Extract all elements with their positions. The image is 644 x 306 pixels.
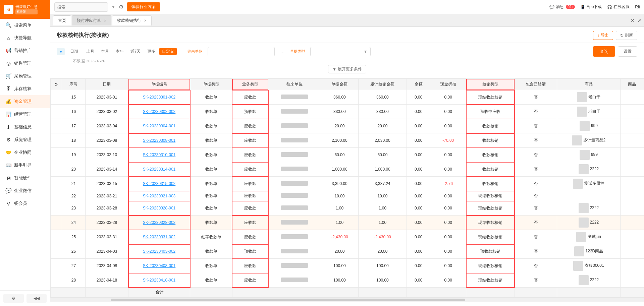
product-thumb bbox=[580, 121, 590, 131]
sidebar-settings-btn[interactable]: ⚙ bbox=[3, 294, 24, 303]
bill-no-link[interactable]: SK-20230308-001 bbox=[143, 138, 175, 143]
footer-writeoff bbox=[358, 288, 407, 298]
sidebar-item-newbie[interactable]: 📖 新手引导 bbox=[0, 159, 50, 172]
th-balance: 余额 bbox=[407, 79, 430, 90]
td-amount: 20.00 bbox=[321, 244, 358, 259]
bill-no-link[interactable]: SK-20230418-001 bbox=[143, 278, 175, 283]
product-thumb bbox=[574, 246, 584, 256]
td-amount: 10.00 bbox=[321, 191, 358, 201]
td-gear bbox=[51, 230, 62, 244]
td-biz-type: 应收款 bbox=[232, 133, 268, 148]
bill-no-link[interactable]: SK-20230408-001 bbox=[143, 263, 175, 268]
tab-collection-close[interactable]: ✕ bbox=[144, 19, 147, 22]
refresh-button[interactable]: ↻ 刷新 bbox=[616, 31, 637, 40]
th-partner: 往来单位 bbox=[268, 79, 321, 90]
sidebar-item-basic[interactable]: ℹ 基础信息 bbox=[0, 121, 50, 133]
sidebar-item-collab[interactable]: 🤝 企业协同 bbox=[0, 146, 50, 159]
bill-no-link[interactable]: SK-20230331-002 bbox=[143, 235, 175, 239]
topbar-search-input[interactable] bbox=[54, 2, 108, 12]
bill-no-link[interactable]: SK-20230403-002 bbox=[143, 249, 175, 254]
sidebar-item-inventory-label: 库存核算 bbox=[14, 86, 32, 92]
td-partner bbox=[268, 105, 321, 119]
sidebar-item-guide[interactable]: ⌂ 快捷导航 bbox=[0, 32, 50, 44]
td-date: 2023-03-01 bbox=[85, 90, 128, 105]
date-btn-this-month[interactable]: 本月 bbox=[98, 48, 112, 55]
tab-collection[interactable]: 收款核销执行 ✕ bbox=[112, 15, 152, 25]
td-product2 bbox=[620, 119, 644, 133]
tab-payable[interactable]: 预付冲应付单 ✕ bbox=[72, 15, 111, 25]
td-partner bbox=[268, 148, 321, 162]
sidebar-item-search[interactable]: 🔍 搜索菜单 bbox=[0, 19, 50, 32]
date-btn-7days[interactable]: 近7天 bbox=[128, 48, 144, 55]
td-seq: 27 bbox=[62, 259, 86, 273]
sidebar-item-sales[interactable]: ◎ 销售管理 bbox=[0, 57, 50, 70]
query-button[interactable]: 查询 bbox=[593, 46, 615, 57]
date-btn-custom[interactable]: 自定义 bbox=[159, 48, 177, 55]
topbar-gear-icon[interactable]: ⚙ bbox=[119, 4, 123, 10]
td-writeoff: 1.00 bbox=[358, 216, 407, 230]
td-seq: 24 bbox=[62, 216, 86, 230]
sidebar-item-wechat[interactable]: 💬 企业微信 bbox=[0, 184, 50, 197]
topbar-industry-btn[interactable]: 体验行业方案 bbox=[127, 2, 160, 11]
th-gear[interactable]: ⚙ bbox=[51, 79, 62, 90]
sidebar-item-finance[interactable]: 💰 资金管理 bbox=[0, 95, 50, 108]
td-product: 2222 bbox=[557, 273, 620, 288]
bill-no-link[interactable]: SK-20230328-002 bbox=[143, 220, 175, 225]
refresh-label: 刷新 bbox=[625, 33, 633, 38]
bill-no-link[interactable]: SK-20230301-002 bbox=[143, 95, 175, 100]
bill-no-link[interactable]: SK-20230310-001 bbox=[143, 152, 175, 157]
column-settings-icon: ⚙ bbox=[54, 82, 58, 87]
td-discount: -2.76 bbox=[430, 177, 466, 191]
sidebar-collapse-btn[interactable]: ◀◀ bbox=[26, 294, 47, 303]
date-btn-this-year[interactable]: 本年 bbox=[113, 48, 126, 55]
td-discount: 0.00 bbox=[430, 273, 466, 288]
date-btn-last-month[interactable]: 上月 bbox=[84, 48, 97, 55]
expand-more-btn[interactable]: ▼ 展开更多条件 bbox=[328, 65, 366, 73]
bill-no-link[interactable]: SK-20230321-003 bbox=[143, 194, 175, 198]
sidebar-item-vip[interactable]: V 畅会员 bbox=[0, 197, 50, 210]
date-btn-more[interactable]: 更多 bbox=[145, 48, 158, 55]
td-writeoff-type: 现结收款核销 bbox=[466, 216, 515, 230]
filter-settings-button[interactable]: 设置 bbox=[618, 46, 637, 57]
td-bill-type: 收款单 bbox=[190, 273, 232, 288]
table-row: 27 2023-04-08 SK-20230408-001 收款单 应收款 10… bbox=[51, 259, 644, 273]
export-button[interactable]: ↑ 导出 bbox=[593, 31, 613, 40]
footer-discount bbox=[430, 288, 466, 298]
tab-payable-close[interactable]: ✕ bbox=[104, 19, 106, 22]
receipt-type-wrapper[interactable]: ▼ bbox=[310, 47, 371, 56]
bill-no-link[interactable]: SK-20230328-001 bbox=[143, 206, 175, 210]
sidebar-item-inventory[interactable]: 🗄 库存核算 bbox=[0, 82, 50, 95]
topbar-dropdown-arrow[interactable]: ▼ bbox=[111, 5, 115, 9]
bill-no-link[interactable]: SK-20230314-001 bbox=[143, 167, 175, 172]
filter-expand-icon[interactable]: » bbox=[57, 48, 65, 55]
topbar-messages-item[interactable]: 💬 消息 99+ bbox=[549, 4, 575, 10]
bill-no-link[interactable]: SK-20230315-002 bbox=[143, 181, 175, 186]
sidebar-item-system[interactable]: ⚙ 系统管理 bbox=[0, 133, 50, 146]
topbar-user-item[interactable]: Rit bbox=[635, 5, 640, 9]
table-row: 16 2023-03-02 SK-20230302-002 收款单 预收款 33… bbox=[51, 105, 644, 119]
topbar-support-item[interactable]: 🎧 在线客服 bbox=[607, 4, 630, 10]
product-thumb bbox=[572, 135, 582, 145]
topbar-app-item[interactable]: 📱 App下载 bbox=[580, 4, 602, 10]
bill-no-link[interactable]: SK-20230304-001 bbox=[143, 124, 175, 128]
sidebar-item-newbie-label: 新手引导 bbox=[14, 162, 32, 168]
td-biz-type: 应收款 bbox=[232, 273, 268, 288]
partner-ellipsis[interactable]: ... bbox=[280, 49, 284, 55]
tab-close-all-icon[interactable]: ✕ bbox=[631, 18, 635, 23]
td-amount: 100.00 bbox=[321, 259, 358, 273]
td-include-settled: 否 bbox=[515, 216, 557, 230]
table-container: ⚙ 序号 日期 单据编号 单据类型 业务类型 往来单位 单据金额 累计核销金额 … bbox=[50, 78, 644, 302]
partner-blurred bbox=[281, 193, 308, 198]
td-seq: 21 bbox=[62, 177, 86, 191]
sidebar-item-marketing[interactable]: 📢 营销推广 bbox=[0, 44, 50, 57]
sidebar-item-purchase[interactable]: 🛒 采购管理 bbox=[0, 70, 50, 82]
topbar-right: 💬 消息 99+ 📱 App下载 🎧 在线客服 Rit bbox=[549, 4, 640, 10]
page-header-actions: ↑ 导出 ↻ 刷新 bbox=[593, 31, 637, 40]
tab-home[interactable]: 首页 bbox=[53, 15, 71, 25]
tab-maximize-icon[interactable]: ⤢ bbox=[637, 18, 641, 23]
horizontal-scrollbar[interactable] bbox=[50, 298, 644, 302]
sidebar-item-operation[interactable]: 📊 经营管理 bbox=[0, 108, 50, 121]
sidebar-item-hardware[interactable]: 🖥 智能硬件 bbox=[0, 172, 50, 184]
bill-no-link[interactable]: SK-20230302-002 bbox=[143, 109, 175, 114]
td-discount: 0.00 bbox=[430, 244, 466, 259]
